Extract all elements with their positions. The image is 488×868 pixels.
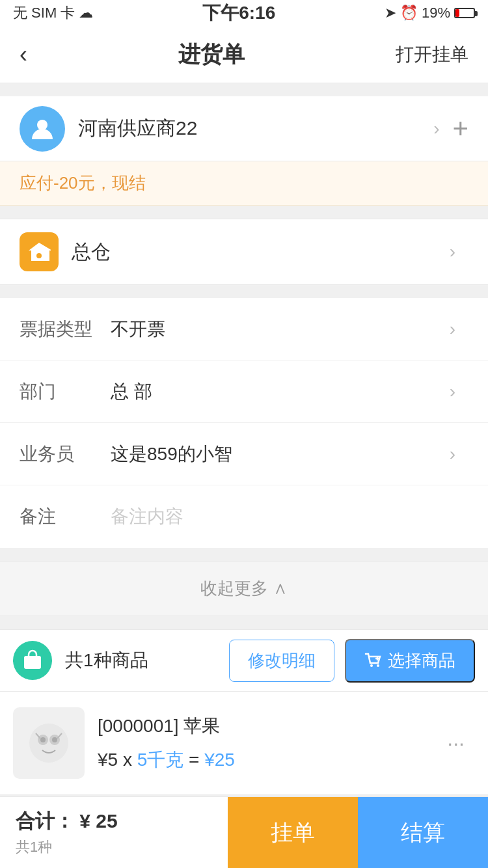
back-button[interactable]: ‹ (20, 41, 27, 68)
open-hang-button[interactable]: 打开挂单 (396, 42, 468, 67)
warehouse-icon (20, 232, 59, 271)
dept-row[interactable]: 部门 总 部 › (0, 360, 488, 423)
chevron-right-icon: › (433, 118, 439, 139)
svg-point-3 (377, 664, 379, 667)
total-label: 合计： (16, 810, 74, 832)
remark-placeholder: 备注内容 (111, 504, 468, 529)
supplier-notice: 应付-20元，现结 (0, 161, 488, 206)
supplier-row[interactable]: 河南供应商22 › + (0, 96, 488, 161)
dept-value: 总 部 (111, 379, 450, 404)
bottom-total: 合计： ¥ 25 共1种 (0, 797, 228, 868)
warehouse-section: 总仓 › (0, 219, 488, 285)
select-product-button[interactable]: 选择商品 (345, 639, 475, 683)
cart-icon (364, 651, 383, 670)
total-amount: 合计： ¥ 25 (16, 808, 212, 835)
section-gap-1 (0, 83, 488, 96)
product-header: 共1种商品 修改明细 选择商品 (0, 629, 488, 692)
status-right: ➤ ⏰ 19% (385, 5, 475, 21)
edit-detail-button[interactable]: 修改明细 (229, 640, 334, 682)
product-price-row: ¥5 x 5千克 = ¥25 (98, 748, 437, 772)
user-icon (29, 116, 55, 142)
product-quantity: 5千克 (137, 750, 184, 770)
sales-label: 业务员 (20, 442, 111, 467)
dept-label: 部门 (20, 379, 111, 404)
status-bar: 无 SIM 卡 ☁ 下午6:16 ➤ ⏰ 19% (0, 0, 488, 26)
product-total: ¥25 (204, 750, 235, 770)
shopping-bag-icon (21, 649, 44, 671)
remark-label: 备注 (20, 504, 111, 529)
sales-value: 这是859的小智 (111, 442, 450, 467)
product-item: [0000001] 苹果 ¥5 x 5千克 = ¥25 ··· (0, 692, 488, 795)
product-count: 共1种商品 (65, 648, 229, 673)
product-header-icon (13, 641, 52, 680)
bottom-bar: 合计： ¥ 25 共1种 挂单 结算 (0, 796, 488, 868)
remark-row[interactable]: 备注 备注内容 (0, 485, 488, 548)
svg-point-10 (52, 737, 57, 742)
add-supplier-button[interactable]: + (452, 115, 468, 142)
warehouse-name: 总仓 (72, 239, 450, 265)
price-equals: = (189, 750, 204, 770)
hang-button[interactable]: 挂单 (228, 797, 358, 868)
product-unit-price: ¥5 (98, 750, 118, 770)
svg-rect-1 (24, 656, 41, 669)
product-owl-icon (26, 720, 72, 766)
svg-point-2 (370, 664, 373, 667)
location-icon: ➤ (385, 5, 396, 21)
sales-row[interactable]: 业务员 这是859的小智 › (0, 423, 488, 485)
supplier-avatar (20, 106, 65, 152)
total-value: ¥ 25 (79, 810, 117, 832)
warehouse-row[interactable]: 总仓 › (0, 219, 488, 284)
status-time: 下午6:16 (202, 1, 275, 25)
product-more-button[interactable]: ··· (437, 725, 475, 762)
collapse-row[interactable]: 收起更多 ∧ (0, 561, 488, 616)
price-multiply: x (123, 750, 137, 770)
battery-text: 19% (422, 5, 450, 21)
product-info: [0000001] 苹果 ¥5 x 5千克 = ¥25 (98, 714, 437, 772)
chevron-right-icon-sales: › (450, 444, 455, 465)
svg-point-9 (40, 737, 46, 742)
signal-text: 无 SIM 卡 ☁ (13, 3, 93, 23)
status-left: 无 SIM 卡 ☁ (13, 3, 93, 23)
product-title: 苹果 (183, 716, 220, 736)
checkout-button[interactable]: 结算 (358, 797, 488, 868)
product-id: [0000001] (98, 716, 179, 736)
invoice-row[interactable]: 票据类型 不开票 › (0, 298, 488, 360)
product-name: [0000001] 苹果 (98, 714, 437, 739)
svg-point-0 (37, 120, 47, 130)
nav-bar: ‹ 进货单 打开挂单 (0, 26, 488, 83)
form-section: 票据类型 不开票 › 部门 总 部 › 业务员 这是859的小智 › 备注 备注… (0, 298, 488, 548)
home-icon (27, 240, 51, 264)
svg-point-6 (29, 724, 68, 763)
alarm-icon: ⏰ (400, 5, 418, 21)
chevron-right-icon-dept: › (450, 381, 455, 402)
total-sub: 共1种 (16, 837, 212, 857)
select-product-label: 选择商品 (388, 649, 455, 672)
product-thumbnail (13, 707, 85, 779)
battery-icon (454, 8, 475, 18)
supplier-name: 河南供应商22 (78, 115, 433, 142)
chevron-right-icon-invoice: › (450, 319, 455, 340)
invoice-label: 票据类型 (20, 317, 111, 342)
invoice-value: 不开票 (111, 317, 450, 342)
page-title: 进货单 (178, 40, 245, 70)
supplier-section: 河南供应商22 › + 应付-20元，现结 (0, 96, 488, 206)
chevron-right-icon-warehouse: › (450, 241, 455, 262)
